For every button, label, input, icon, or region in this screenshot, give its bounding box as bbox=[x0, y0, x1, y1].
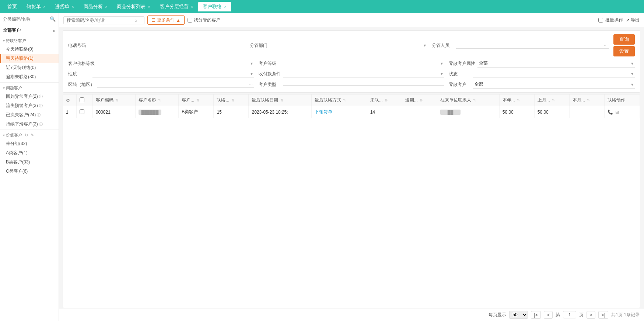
phone-input[interactable] bbox=[92, 42, 245, 49]
group-pending-contact[interactable]: 待联络客户 bbox=[0, 36, 59, 45]
th-last-date[interactable]: 最后联络日期 ⇅ bbox=[249, 94, 311, 106]
sort-icon-contacts: ⇅ bbox=[473, 98, 476, 102]
page-size-select[interactable]: 50 100 200 bbox=[509, 311, 528, 319]
total-record-text: 共1页 1条记录 bbox=[611, 312, 640, 318]
select-all-checkbox[interactable] bbox=[80, 97, 84, 102]
th-not-contacted[interactable]: 未联... ⇅ bbox=[367, 94, 402, 106]
sidebar-item-class-b[interactable]: B类客户(33) bbox=[0, 158, 59, 167]
price-level-select[interactable]: ▾ bbox=[97, 60, 254, 67]
sidebar-item-repurchase-anomaly[interactable]: 回购异常客户(2) ⓘ bbox=[0, 92, 59, 101]
nav-product-analysis-list[interactable]: 商品分析列表× bbox=[112, 2, 154, 11]
search-icon[interactable]: ⌕ bbox=[134, 18, 137, 23]
row-checkbox[interactable] bbox=[80, 109, 84, 114]
sidebar-item-declining[interactable]: 持续下滑客户(2) ⓘ bbox=[0, 120, 59, 129]
sidebar-search-icon[interactable]: 🔍 bbox=[50, 16, 56, 22]
sidebar-item-overdue[interactable]: 逾期未联络(30) bbox=[0, 72, 59, 82]
sidebar-item-class-a[interactable]: A类客户(1) bbox=[0, 148, 59, 158]
nav-product-analysis[interactable]: 商品分析× bbox=[79, 2, 112, 11]
set-button[interactable]: 设置 bbox=[613, 46, 635, 56]
collapse-icon[interactable]: « bbox=[53, 28, 56, 34]
filter-icon: ☰ bbox=[151, 18, 155, 23]
sidebar-item-today[interactable]: 今天待联络(0) bbox=[0, 45, 59, 54]
retail-select[interactable]: 全部 ▾ bbox=[473, 80, 635, 89]
th-this-year[interactable]: 本年... ⇅ bbox=[499, 94, 534, 106]
dept-select[interactable]: ▾ bbox=[274, 42, 427, 49]
group-problem-customers[interactable]: 问题客户 bbox=[0, 83, 59, 92]
value-group-edit-icon[interactable]: ✎ bbox=[31, 133, 34, 138]
sidebar-item-tomorrow[interactable]: 明天待联络(1) bbox=[0, 54, 59, 63]
prev-page-btn[interactable]: < bbox=[544, 311, 553, 319]
th-contact-count[interactable]: 联络... ⇅ bbox=[214, 94, 249, 106]
person-select[interactable]: ··· bbox=[456, 42, 609, 49]
nav-home[interactable]: 首页 bbox=[3, 2, 21, 11]
th-last-month[interactable]: 上月... ⇅ bbox=[534, 94, 569, 106]
table-row: 1 000021 ██████ B类客户 15 2023-05-23 18:25… bbox=[63, 106, 640, 118]
last-method-link[interactable]: 下销货单 bbox=[315, 109, 332, 114]
search-input[interactable] bbox=[67, 18, 133, 23]
gear-icon[interactable]: ⚙ bbox=[66, 98, 70, 103]
customer-level-select[interactable]: ▾ bbox=[283, 60, 445, 67]
th-name[interactable]: 客户名称 ⇅ bbox=[135, 94, 179, 106]
filter-panel: 电话号码 分管部门 ▾ 分管人员 ··· 查询 设置 bbox=[63, 30, 640, 93]
sidebar-item-class-c[interactable]: C类客户(6) bbox=[0, 167, 59, 176]
first-page-btn[interactable]: |< bbox=[531, 311, 541, 319]
nav-sales-order[interactable]: 销货单× bbox=[22, 2, 50, 11]
phone-label: 电话号码 bbox=[68, 42, 90, 49]
nature-select[interactable]: ▾ bbox=[92, 70, 254, 77]
th-this-month[interactable]: 本月... ⇅ bbox=[569, 94, 604, 106]
export-btn[interactable]: ↗ 导出 bbox=[626, 17, 640, 23]
th-overdue[interactable]: 逾期... ⇅ bbox=[402, 94, 437, 106]
grid-action-icon[interactable]: ⊞ bbox=[615, 110, 619, 115]
filter-payment: 收付款条件 ▾ bbox=[259, 70, 445, 77]
value-group-refresh-icon[interactable]: ↻ bbox=[25, 133, 28, 138]
my-customers-checkbox-label[interactable]: 我分管的客户 bbox=[188, 17, 220, 23]
sort-icon-name: ⇅ bbox=[158, 98, 161, 102]
filter-row-4: 区域（地区） ··· 客户类型 零散客户 全部 ▾ bbox=[68, 80, 635, 89]
last-page-btn[interactable]: >| bbox=[598, 311, 608, 319]
nav-customer-tier[interactable]: 客户分层经营× bbox=[155, 2, 197, 11]
sort-icon-type: ⇅ bbox=[196, 98, 199, 102]
top-navigation: 首页 销货单× 进货单× 商品分析× 商品分析列表× 客户分层经营× 客户联络× bbox=[0, 0, 644, 13]
region-select[interactable]: ··· bbox=[97, 82, 254, 88]
customer-type-select[interactable] bbox=[283, 84, 445, 86]
toolbar-right: 批量操作 ↗ 导出 bbox=[598, 17, 640, 23]
filter-more-btn[interactable]: ☰ 更多条件 ▲ bbox=[147, 15, 185, 25]
th-gear[interactable]: ⚙ bbox=[63, 94, 76, 106]
nav-customer-contact[interactable]: 客户联络× bbox=[198, 2, 231, 11]
my-customers-checkbox[interactable] bbox=[188, 18, 192, 23]
th-code[interactable]: 客户编码 ⇅ bbox=[92, 94, 135, 106]
next-page-btn[interactable]: > bbox=[587, 311, 595, 319]
filter-person: 分管人员 ··· bbox=[432, 42, 609, 49]
payment-select[interactable]: ▾ bbox=[283, 70, 445, 77]
sidebar-item-ungrouped[interactable]: 未分组(32) bbox=[0, 139, 59, 148]
group-value-customers[interactable]: 价值客户 ↻ ✎ bbox=[0, 131, 59, 139]
td-overdue bbox=[402, 106, 437, 118]
sidebar-search-input[interactable] bbox=[3, 17, 48, 22]
all-customers-label: 全部客户 bbox=[3, 27, 21, 34]
sidebar-item-7days[interactable]: 近7天待联络(0) bbox=[0, 63, 59, 72]
th-checkbox[interactable] bbox=[76, 94, 92, 106]
batch-op-btn[interactable]: 批量操作 bbox=[598, 17, 623, 23]
status-arrow-icon: ▾ bbox=[631, 71, 633, 76]
filter-retail: 零散客户 全部 ▾ bbox=[449, 80, 635, 89]
query-button[interactable]: 查询 bbox=[613, 34, 635, 45]
td-checkbox[interactable] bbox=[76, 106, 92, 118]
th-contacts[interactable]: 往来单位联系人 ⇅ bbox=[437, 94, 499, 106]
page-input[interactable] bbox=[563, 311, 576, 318]
sidebar-item-churn-warning[interactable]: 流失预警客户(3) ⓘ bbox=[0, 101, 59, 110]
customer-type-label: 客户类型 bbox=[259, 82, 281, 88]
th-last-method[interactable]: 最后联络方式 ⇅ bbox=[311, 94, 367, 106]
sidebar-item-churned[interactable]: 已流失客户(24) ⓘ bbox=[0, 110, 59, 120]
batch-checkbox[interactable] bbox=[598, 18, 603, 23]
phone-action-icon[interactable]: 📞 bbox=[608, 110, 613, 115]
retail-attr-arrow-icon: ▾ bbox=[631, 61, 633, 66]
nav-purchase-order[interactable]: 进货单× bbox=[50, 2, 78, 11]
sort-icon-not-contacted: ⇅ bbox=[385, 98, 388, 102]
retail-attr-select[interactable]: 全部 ▾ bbox=[477, 59, 635, 68]
filter-row-3: 性质 ▾ 收付款条件 ▾ 状态 ▾ bbox=[68, 70, 635, 77]
status-select[interactable]: ▾ bbox=[473, 70, 635, 77]
info-icon-2: ⓘ bbox=[37, 113, 41, 118]
th-type[interactable]: 客户... ⇅ bbox=[179, 94, 214, 106]
page-label: 第 bbox=[556, 312, 560, 318]
all-customers-header[interactable]: 全部客户 « bbox=[0, 25, 59, 36]
